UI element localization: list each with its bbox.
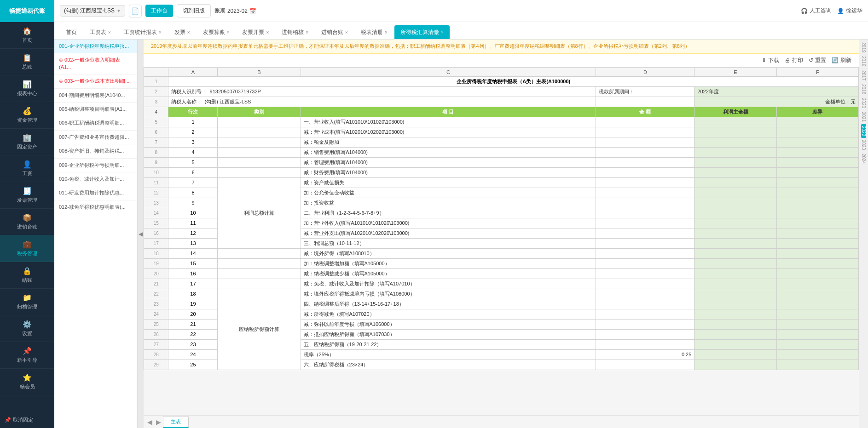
lirong-cell[interactable]: [694, 137, 776, 147]
lirong-cell[interactable]: [694, 238, 776, 248]
tab-5[interactable]: 发票开票×: [236, 25, 275, 39]
val-cell[interactable]: [596, 238, 694, 248]
chay-cell[interactable]: [776, 147, 858, 157]
scroll-nav-year-2019[interactable]: 2019: [861, 40, 866, 54]
chay-cell[interactable]: [776, 319, 858, 329]
left-panel-item-006[interactable]: 006-职工薪酬纳税调整明细...: [54, 116, 137, 130]
lirong-cell[interactable]: [694, 309, 776, 319]
chay-cell[interactable]: [776, 188, 858, 198]
sheet-tab-next-arrow[interactable]: ▶: [154, 418, 163, 426]
sidebar-item-close[interactable]: 🔒结账: [0, 262, 54, 289]
lirong-cell[interactable]: [694, 188, 776, 198]
val-cell[interactable]: [596, 117, 694, 127]
user-profile[interactable]: 👤 徐运华: [837, 7, 862, 15]
scroll-nav-year-2020[interactable]: 2020: [861, 96, 866, 110]
val-cell[interactable]: [596, 339, 694, 349]
chay-cell[interactable]: [776, 339, 858, 349]
chay-cell[interactable]: [776, 289, 858, 299]
scroll-nav-year-2016[interactable]: 2016: [861, 54, 866, 68]
scroll-nav-year-2021[interactable]: 2021: [861, 110, 866, 124]
lirong-cell[interactable]: [694, 319, 776, 329]
sidebar-item-sales[interactable]: 📦进销台账: [0, 209, 54, 235]
cancel-pin-button[interactable]: 📌 取消固定: [0, 412, 54, 428]
tab-7[interactable]: 进销台账×: [315, 25, 354, 39]
val-cell[interactable]: [596, 147, 694, 157]
sidebar-item-fixed[interactable]: 🏢固定资产: [0, 129, 54, 155]
chay-cell[interactable]: [776, 279, 858, 289]
scroll-nav-year-2017[interactable]: 2017: [861, 68, 866, 82]
tab-close-3[interactable]: ×: [187, 30, 190, 35]
scroll-nav-year-2023[interactable]: 2023: [861, 138, 866, 152]
sheet-tab-main[interactable]: 主表: [163, 416, 189, 428]
lirong-cell[interactable]: [694, 258, 776, 268]
left-panel-item-012[interactable]: 012-减免所得税优惠明细表(...: [54, 200, 137, 214]
calendar-icon[interactable]: 📅: [249, 8, 256, 14]
chay-cell[interactable]: [776, 218, 858, 228]
val-cell[interactable]: [596, 208, 694, 218]
val-cell[interactable]: [596, 289, 694, 299]
sidebar-item-archive[interactable]: 📁归档管理: [0, 289, 54, 315]
val-cell[interactable]: [596, 258, 694, 268]
left-panel-item-002[interactable]: ⊙ 002-一般企业收入明细表(A1...: [54, 53, 137, 74]
lirong-cell[interactable]: [694, 248, 776, 258]
tab-close-1[interactable]: ×: [108, 30, 111, 35]
chay-cell[interactable]: [776, 117, 858, 127]
val-cell[interactable]: 0.25: [596, 349, 694, 360]
company-selector[interactable]: (勾删) 江西服宝-LSS ▼: [60, 5, 125, 17]
sheet-area[interactable]: A B C D E F 1企业所得税年度纳税申报表（A类）主表(A100000)…: [144, 68, 859, 415]
lirong-cell[interactable]: [694, 198, 776, 208]
scroll-nav-year-2022[interactable]: 2022: [861, 124, 866, 138]
chay-cell[interactable]: [776, 198, 858, 208]
scroll-nav-year-2018[interactable]: 2018: [861, 82, 866, 96]
lirong-cell[interactable]: [694, 218, 776, 228]
tab-9[interactable]: 所得税汇算清缴×: [394, 25, 450, 39]
sidebar-item-assets[interactable]: 💰资金管理: [0, 102, 54, 129]
val-cell[interactable]: [596, 228, 694, 238]
left-panel-item-010[interactable]: 010-免税、减计收入及加计...: [54, 172, 137, 186]
val-cell[interactable]: [596, 360, 694, 370]
left-panel-item-011[interactable]: 011-研发费用加计扣除优惠...: [54, 186, 137, 200]
ai-consult-button[interactable]: 🎧 人工咨询: [801, 7, 832, 15]
chay-cell[interactable]: [776, 329, 858, 339]
left-panel-item-007[interactable]: 007-广告费和业务宣传费超限...: [54, 131, 137, 144]
lirong-cell[interactable]: [694, 208, 776, 218]
val-cell[interactable]: [596, 157, 694, 167]
document-icon-button[interactable]: 📄: [129, 5, 142, 17]
sidebar-item-invoice[interactable]: 🧾发票管理: [0, 182, 54, 209]
val-cell[interactable]: [596, 279, 694, 289]
chay-cell[interactable]: [776, 349, 858, 360]
val-cell[interactable]: [596, 188, 694, 198]
chay-cell[interactable]: [776, 208, 858, 218]
download-button[interactable]: ⬇ 下载: [762, 57, 779, 64]
chay-cell[interactable]: [776, 299, 858, 309]
tab-0[interactable]: 首页: [60, 25, 83, 39]
sidebar-item-ledger[interactable]: 📋总账: [0, 49, 54, 75]
left-panel-item-005[interactable]: 005-纳税调整项目明细表(A1...: [54, 103, 137, 116]
sidebar-item-home[interactable]: 🏠首页: [0, 22, 54, 49]
val-cell[interactable]: [596, 218, 694, 228]
lirong-cell[interactable]: [694, 157, 776, 167]
chay-cell[interactable]: [776, 238, 858, 248]
tab-close-7[interactable]: ×: [345, 30, 348, 35]
val-cell[interactable]: [596, 137, 694, 147]
tab-close-9[interactable]: ×: [441, 30, 444, 35]
switch-old-button[interactable]: 切到旧版: [177, 4, 211, 17]
chay-cell[interactable]: [776, 157, 858, 167]
sidebar-item-settings[interactable]: ⚙️设置: [0, 315, 54, 342]
lirong-cell[interactable]: [694, 147, 776, 157]
val-cell[interactable]: [596, 248, 694, 258]
scroll-nav-year-2024[interactable]: 2024: [861, 152, 866, 165]
left-panel-item-001[interactable]: 001-企业所得税年度纳税申报...: [54, 40, 137, 53]
val-cell[interactable]: [596, 198, 694, 208]
sidebar-item-salary[interactable]: 👤工资: [0, 155, 54, 182]
tab-1[interactable]: 工资表×: [84, 25, 117, 39]
chay-cell[interactable]: [776, 360, 858, 370]
left-panel-item-008[interactable]: 008-资产折旧、摊销及纳税...: [54, 144, 137, 158]
collapse-panel-button[interactable]: ◀: [137, 40, 144, 428]
lirong-cell[interactable]: [694, 228, 776, 238]
chay-cell[interactable]: [776, 309, 858, 319]
tab-close-6[interactable]: ×: [306, 30, 308, 35]
print-button[interactable]: 🖨 打印: [785, 57, 803, 64]
val-cell[interactable]: [596, 127, 694, 137]
lirong-cell[interactable]: [694, 177, 776, 188]
